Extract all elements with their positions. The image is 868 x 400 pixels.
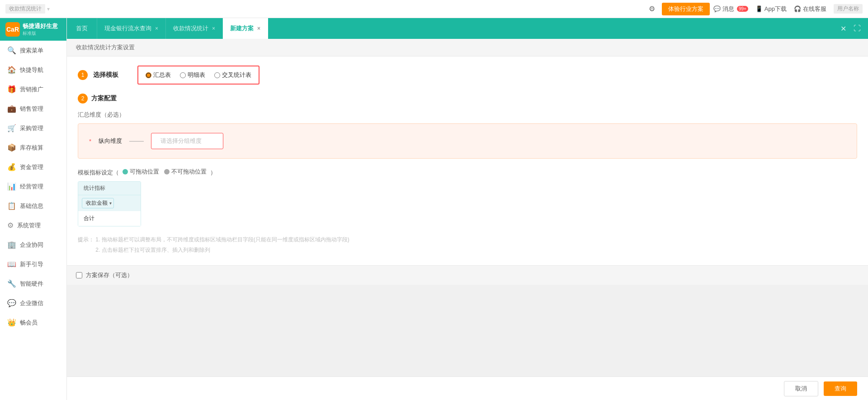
sidebar-label-enterprise: 企业协同: [20, 241, 43, 249]
sidebar-item-marketing[interactable]: 🎁 营销推广: [0, 80, 66, 99]
save-option-bar: 方案保存（可选）: [67, 265, 868, 285]
industry-solution-button[interactable]: 体验行业方案: [662, 3, 710, 15]
gift-icon: 🎁: [7, 85, 16, 94]
sidebar-label-marketing: 营销推广: [20, 85, 43, 94]
tab-bank-flow[interactable]: 现金银行流水查询 ×: [97, 18, 166, 39]
tab-receipt-stats-label: 收款情况统计: [173, 24, 208, 33]
settings-button[interactable]: ⚙: [646, 3, 658, 15]
radio-summary[interactable]: 汇总表: [146, 71, 171, 79]
radio-cross-label: 交叉统计表: [222, 71, 251, 79]
step1-row: 1 选择模板 汇总表 明细表: [78, 66, 857, 85]
purchase-icon: 🛒: [7, 124, 16, 132]
message-button[interactable]: 💬 消息 99+: [713, 5, 748, 13]
message-icon: 💬: [713, 5, 721, 12]
sidebar-label-hardware: 智能硬件: [20, 280, 43, 288]
sidebar-label-basic: 基础信息: [20, 202, 43, 210]
template-selection-box: 汇总表 明细表 交叉统计表: [137, 66, 259, 85]
step2-circle: 2: [78, 94, 88, 104]
tab-receipt-stats-close[interactable]: ×: [212, 25, 215, 32]
required-asterisk: *: [89, 138, 91, 145]
tab-maximize-button[interactable]: ⛶: [852, 23, 863, 34]
tab-close-window-button[interactable]: ✕: [839, 23, 848, 35]
sidebar-item-purchase[interactable]: 🛒 采购管理: [0, 118, 66, 138]
member-icon: 👑: [7, 318, 16, 327]
stats-header: 统计指标: [78, 182, 141, 195]
radio-detail-input[interactable]: [180, 72, 186, 78]
logo-edition: 标准版: [23, 30, 58, 37]
home-icon: 🏠: [7, 66, 16, 74]
save-label: 方案保存（可选）: [86, 271, 133, 279]
sidebar-label-member: 畅会员: [20, 319, 38, 327]
message-badge: 99+: [737, 6, 748, 12]
breadcrumb-arrow-icon: ▾: [47, 6, 50, 12]
sidebar-item-enterprise[interactable]: 🏢 企业协同: [0, 235, 66, 254]
header-right: 💬 消息 99+ 📱 App下载 🎧 在线客服 用户名称: [713, 4, 863, 14]
tab-new-plan-label: 新建方案: [230, 24, 254, 33]
tab-bar: 首页 现金银行流水查询 × 收款情况统计 × 新建方案 × ✕ ⛶: [67, 18, 868, 39]
sidebar-label-inventory: 库存核算: [20, 144, 43, 152]
page-content: 收款情况统计方案设置 1 选择模板 汇总表: [67, 39, 868, 376]
sidebar-item-inventory[interactable]: 📦 库存核算: [0, 138, 66, 157]
sidebar-label-quicknav: 快捷导航: [20, 66, 43, 74]
sidebar-item-wechat[interactable]: 💬 企业微信: [0, 293, 66, 313]
logo-main-text: 畅捷通好生意: [23, 22, 58, 30]
sidebar-label-sales: 销售管理: [20, 105, 43, 113]
sidebar-label-guide: 新手引导: [20, 260, 43, 268]
sidebar-item-member[interactable]: 👑 畅会员: [0, 313, 66, 332]
page-title-bar: 收款情况统计方案设置: [67, 39, 868, 56]
logo-icon: CaR: [5, 22, 20, 37]
online-service-button[interactable]: 🎧 在线客服: [794, 5, 826, 13]
cancel-button[interactable]: 取消: [784, 381, 818, 396]
step2-label: 方案配置: [91, 94, 117, 103]
radio-summary-input[interactable]: [146, 72, 151, 78]
indicator-settings: 模板指标设定（ 可拖动位置 不可拖动位置 ）: [78, 168, 857, 226]
sidebar-item-quicknav[interactable]: 🏠 快捷导航: [0, 60, 66, 80]
undraggable-position-badge: 不可拖动位置: [164, 168, 207, 176]
dimension-arrow-icon: ——: [129, 137, 144, 145]
radio-cross[interactable]: 交叉统计表: [214, 71, 251, 79]
radio-detail[interactable]: 明细表: [180, 71, 205, 79]
tab-home[interactable]: 首页: [67, 18, 97, 39]
sidebar-item-finance[interactable]: 💰 资金管理: [0, 157, 66, 177]
dimension-row: * 纵向维度 —— 请选择分组维度: [89, 133, 846, 149]
radio-cross-input[interactable]: [214, 72, 220, 78]
hardware-icon: 🔧: [7, 279, 16, 288]
sum-cell: 合计: [78, 211, 141, 226]
sidebar-item-management[interactable]: 📊 经营管理: [0, 177, 66, 196]
tab-new-plan[interactable]: 新建方案 ×: [223, 18, 268, 39]
sidebar-label-system: 系统管理: [17, 221, 41, 230]
dimension-section-title: 汇总维度（必选）: [78, 111, 857, 119]
sidebar-label-finance: 资金管理: [20, 163, 43, 171]
radio-detail-label: 明细表: [188, 71, 205, 79]
page-title: 收款情况统计方案设置: [76, 44, 135, 51]
indicator-settings-label: 模板指标设定（ 可拖动位置 不可拖动位置 ）: [78, 168, 216, 177]
receipt-amount-label: 收款金额: [86, 199, 108, 207]
vertical-dimension-label: 纵向维度: [99, 137, 122, 145]
user-avatar[interactable]: 用户名称: [834, 4, 863, 14]
sidebar-item-sales[interactable]: 💼 销售管理: [0, 99, 66, 118]
receipt-amount-tag[interactable]: 收款金额 ▾: [82, 198, 114, 208]
sidebar: CaR 畅捷通好生意 标准版 🔍 搜索菜单 🏠 快捷导航 🎁 营销推广 💼: [0, 18, 67, 400]
top-header: 收款情况统计 ▾ ⚙ 体验行业方案 💬 消息 99+ 📱 App下载 🎧 在线客…: [0, 0, 868, 18]
sidebar-item-basic[interactable]: 📋 基础信息: [0, 196, 66, 216]
app-download-button[interactable]: 📱 App下载: [755, 5, 787, 13]
breadcrumb-text: 收款情况统计: [5, 4, 45, 14]
content-area: 首页 现金银行流水查询 × 收款情况统计 × 新建方案 × ✕ ⛶: [67, 18, 868, 400]
tab-bank-flow-close[interactable]: ×: [155, 25, 158, 32]
search-icon: 🔍: [7, 46, 16, 55]
save-checkbox[interactable]: [76, 272, 82, 278]
logo-area: CaR 畅捷通好生意 标准版: [0, 18, 66, 41]
tab-new-plan-close[interactable]: ×: [257, 25, 260, 32]
sidebar-item-hardware[interactable]: 🔧 智能硬件: [0, 274, 66, 293]
sidebar-item-search[interactable]: 🔍 搜索菜单: [0, 41, 66, 60]
breadcrumb-area: 收款情况统计 ▾: [5, 4, 642, 14]
config-section: 2 方案配置 汇总维度（必选） * 纵向维度 —— 请选择分组维度: [78, 94, 857, 254]
sidebar-item-guide[interactable]: 📖 新手引导: [0, 254, 66, 274]
tab-receipt-stats[interactable]: 收款情况统计 ×: [166, 18, 223, 39]
enterprise-icon: 🏢: [7, 240, 16, 249]
sidebar-item-system[interactable]: ⚙ 系统管理: [0, 216, 66, 235]
indicator-table: 统计指标 收款金额 ▾ 合计: [78, 181, 141, 226]
sidebar-label-purchase: 采购管理: [20, 124, 43, 132]
query-button[interactable]: 查询: [824, 381, 857, 396]
dimension-select[interactable]: 请选择分组维度: [151, 133, 223, 149]
